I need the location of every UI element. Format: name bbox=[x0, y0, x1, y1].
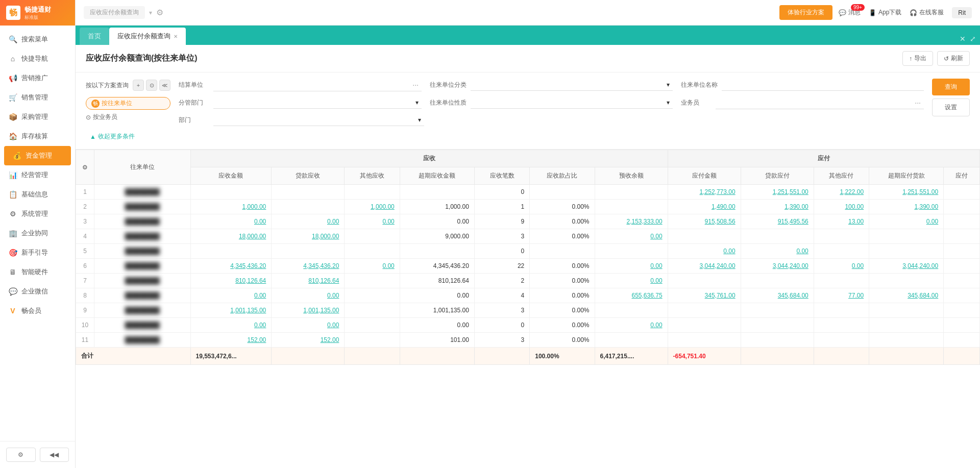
ar-amount-cell[interactable]: 1,000.00 bbox=[190, 200, 272, 214]
ar-amount-cell[interactable]: 810,126.64 bbox=[190, 274, 272, 288]
sidebar-item-inventory[interactable]: 🏠库存核算 bbox=[0, 127, 75, 146]
ap-overdue-cell[interactable]: 345,684.00 bbox=[869, 288, 944, 303]
ar-loan-cell[interactable]: 810,126.64 bbox=[272, 274, 345, 288]
sidebar-item-search[interactable]: 🔍搜索菜单 bbox=[0, 30, 75, 49]
filter-by-unit[interactable]: 畅 按往来单位 bbox=[86, 97, 170, 110]
ap-amount-cell[interactable]: 345,761.00 bbox=[668, 288, 741, 303]
ap-loan-cell[interactable]: 345,684.00 bbox=[741, 288, 814, 303]
ap-loan-cell[interactable]: 3,044,240.00 bbox=[741, 259, 814, 274]
ar-loan-cell[interactable]: 152.00 bbox=[272, 333, 345, 348]
sidebar-item-hardware[interactable]: 🖥智能硬件 bbox=[0, 262, 75, 282]
ar-amount-cell[interactable]: 18,000.00 bbox=[190, 229, 272, 244]
gear-btn[interactable]: ⚙ bbox=[156, 8, 163, 17]
tab-home[interactable]: 首页 bbox=[80, 28, 109, 45]
tab-close-all-icon[interactable]: ✕ bbox=[960, 35, 966, 43]
ar-other-cell[interactable]: 0.00 bbox=[345, 259, 400, 274]
ar-prepay-cell[interactable]: 655,636.75 bbox=[595, 288, 668, 303]
sidebar-item-finance[interactable]: 💰资金管理 bbox=[4, 146, 71, 165]
ap-loan-cell[interactable]: 1,390.00 bbox=[741, 200, 814, 214]
ar-loan-cell[interactable]: 0.00 bbox=[272, 318, 345, 333]
filter-by-salesman[interactable]: ⊙ 按业务员 bbox=[86, 113, 170, 121]
ar-other-cell[interactable]: 0.00 bbox=[345, 214, 400, 229]
more-scheme-button[interactable]: ≪ bbox=[159, 80, 170, 91]
chevron-down-icon: ▾ bbox=[667, 81, 670, 88]
ap-loan-cell[interactable]: 915,495.56 bbox=[741, 214, 814, 229]
ar-prepay-cell[interactable]: 0.00 bbox=[595, 274, 668, 288]
ap-other-cell[interactable]: 100.00 bbox=[814, 200, 869, 214]
export-button[interactable]: ↑ 导出 bbox=[902, 51, 933, 66]
collapse-button[interactable]: ◀◀ bbox=[40, 448, 69, 462]
ap-overdue-cell[interactable]: 1,390.00 bbox=[869, 200, 944, 214]
ar-prepay-cell[interactable]: 0.00 bbox=[595, 318, 668, 333]
ar-prepay-cell bbox=[595, 303, 668, 318]
unit-nature-select[interactable]: ▾ bbox=[471, 97, 673, 109]
unit-name-input[interactable] bbox=[722, 79, 924, 91]
app-download-item[interactable]: 📱 App下载 bbox=[869, 8, 901, 17]
ar-prepay-cell[interactable]: 0.00 bbox=[595, 259, 668, 274]
ar-amount-cell[interactable]: 1,001,135.00 bbox=[190, 303, 272, 318]
ap-amount-cell[interactable]: 3,044,240.00 bbox=[668, 259, 741, 274]
sidebar-item-guide[interactable]: 🎯新手引导 bbox=[0, 243, 75, 262]
edit-scheme-button[interactable]: ⊙ bbox=[146, 80, 157, 91]
settlement-unit-dots[interactable]: ··· bbox=[412, 81, 419, 89]
message-icon-item[interactable]: 💬 消息 99+ bbox=[839, 8, 861, 17]
ar-amount-cell[interactable]: 0.00 bbox=[190, 288, 272, 303]
sidebar-item-purchase[interactable]: 📦采购管理 bbox=[0, 107, 75, 127]
query-button[interactable]: 查询 bbox=[932, 79, 970, 95]
ap-other-cell[interactable]: 13.00 bbox=[814, 214, 869, 229]
sidebar-item-corp[interactable]: 🏢企业协同 bbox=[0, 224, 75, 243]
dept-manager-select[interactable]: ▾ bbox=[213, 97, 422, 109]
ap-overdue-cell[interactable]: 1,251,551.00 bbox=[869, 185, 944, 200]
industry-solution-button[interactable]: 体验行业方案 bbox=[779, 5, 832, 20]
ap-other-cell[interactable]: 0.00 bbox=[814, 259, 869, 274]
ar-other-cell[interactable]: 1,000.00 bbox=[345, 200, 400, 214]
ar-ratio-cell: 0.00% bbox=[530, 318, 595, 333]
sidebar-item-sales[interactable]: 🛒销售管理 bbox=[0, 88, 75, 107]
footer-ar-prepay[interactable]: 6,417,215.... bbox=[595, 348, 668, 365]
ap-amount-cell[interactable]: 0.00 bbox=[668, 244, 741, 259]
user-name[interactable]: Rit bbox=[952, 7, 972, 18]
ar-amount-cell[interactable]: 152.00 bbox=[190, 333, 272, 348]
table-settings-header[interactable]: ⚙ bbox=[76, 150, 94, 185]
tab-ar[interactable]: 应收应付余额查询 ✕ bbox=[109, 28, 186, 45]
sidebar-item-marketing[interactable]: 📢营销推广 bbox=[0, 68, 75, 88]
ap-amount-cell[interactable]: 915,508.56 bbox=[668, 214, 741, 229]
ar-loan-cell[interactable]: 4,345,436.20 bbox=[272, 259, 345, 274]
sidebar-item-operation[interactable]: 📊经营管理 bbox=[0, 165, 75, 185]
sidebar-item-member[interactable]: V畅会员 bbox=[0, 301, 75, 321]
ar-amount-cell[interactable]: 4,345,436.20 bbox=[190, 259, 272, 274]
ap-overdue-cell[interactable]: 0.00 bbox=[869, 214, 944, 229]
ap-overdue-cell[interactable]: 3,044,240.00 bbox=[869, 259, 944, 274]
ap-other-cell[interactable]: 77.00 bbox=[814, 288, 869, 303]
sidebar-item-wechat[interactable]: 💬企业微信 bbox=[0, 282, 75, 301]
collapse-conditions-button[interactable]: ▲ 收起更多条件 bbox=[86, 130, 970, 143]
sidebar-item-system[interactable]: ⚙系统管理 bbox=[0, 204, 75, 224]
ar-loan-cell[interactable]: 0.00 bbox=[272, 288, 345, 303]
ar-prepay-cell[interactable]: 0.00 bbox=[595, 229, 668, 244]
ar-loan-cell[interactable]: 18,000.00 bbox=[272, 229, 345, 244]
settings-button-search[interactable]: 设置 bbox=[932, 98, 970, 116]
dept-select[interactable]: ▾ bbox=[213, 114, 424, 126]
refresh-button[interactable]: ↺ 刷新 bbox=[937, 51, 970, 66]
ar-loan-cell[interactable]: 0.00 bbox=[272, 214, 345, 229]
salesman-dots[interactable]: ··· bbox=[915, 98, 921, 107]
customer-service-item[interactable]: 🎧 在线客服 bbox=[910, 8, 944, 17]
unit-category-select[interactable]: ▾ bbox=[471, 79, 673, 91]
ap-amount-cell[interactable]: 1,490.00 bbox=[668, 200, 741, 214]
ar-prepay-cell[interactable]: 2,153,333.00 bbox=[595, 214, 668, 229]
add-scheme-button[interactable]: + bbox=[133, 80, 144, 91]
ap-loan-cell[interactable]: 1,251,551.00 bbox=[741, 185, 814, 200]
sidebar-item-quick[interactable]: ⌂快捷导航 bbox=[0, 49, 75, 68]
hardware-icon: 🖥 bbox=[8, 267, 17, 277]
ar-amount-cell[interactable]: 0.00 bbox=[190, 214, 272, 229]
settings-button[interactable]: ⚙ bbox=[6, 448, 36, 462]
ar-loan-cell[interactable]: 1,001,135.00 bbox=[272, 303, 345, 318]
ap-amount-cell[interactable]: 1,252,773.00 bbox=[668, 185, 741, 200]
ap-other-cell[interactable]: 1,222.00 bbox=[814, 185, 869, 200]
sidebar-item-basic[interactable]: 📋基础信息 bbox=[0, 185, 75, 204]
tab-close-icon[interactable]: ✕ bbox=[174, 34, 178, 39]
ap-loan-cell[interactable]: 0.00 bbox=[741, 244, 814, 259]
footer-ar-total[interactable]: 19,553,472,6... bbox=[190, 348, 272, 365]
tab-maximize-icon[interactable]: ⤢ bbox=[970, 35, 976, 43]
ar-amount-cell[interactable]: 0.00 bbox=[190, 318, 272, 333]
